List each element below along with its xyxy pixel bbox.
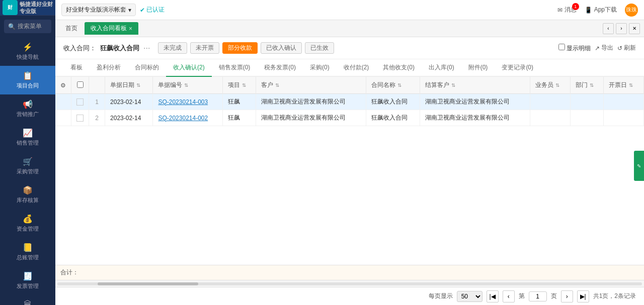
first-page-button[interactable]: |◀ bbox=[487, 290, 499, 302]
content-tab-3[interactable]: 收入确认(2) bbox=[166, 59, 212, 77]
refresh-button[interactable]: ↺ 刷新 bbox=[617, 44, 636, 52]
project-sort-icon[interactable]: ⇅ bbox=[242, 82, 246, 88]
horizontal-scrollbar[interactable] bbox=[55, 280, 644, 287]
open-date-sort-icon[interactable]: ⇅ bbox=[629, 82, 633, 88]
tab-prev-button[interactable]: ‹ bbox=[603, 23, 614, 34]
code-sort-icon[interactable]: ⇅ bbox=[184, 82, 188, 88]
content-tab-8[interactable]: 其他收支(0) bbox=[376, 59, 422, 77]
salesperson-cell bbox=[530, 110, 571, 126]
verified-badge: ✔ 已认证 bbox=[140, 6, 165, 14]
right-fixed-button[interactable]: ✎ bbox=[634, 151, 644, 181]
sidebar-search-area: 🔍 搜索菜单 bbox=[0, 16, 55, 37]
status-btn-4[interactable]: 已生效 bbox=[305, 42, 334, 54]
table-area: ⚙ 单据日期⇅ 单据编号⇅ 项目⇅ 客户⇅ 合同名称⇅ 结算客户⇅ 业务员⇅ 部… bbox=[55, 77, 644, 265]
sidebar-label-7: 总账管理 bbox=[17, 254, 39, 261]
content-tab-6[interactable]: 采购(0) bbox=[303, 59, 337, 77]
per-page-select[interactable]: 50 100 bbox=[457, 291, 482, 302]
sidebar-item-6[interactable]: 💰资金管理 bbox=[0, 209, 55, 238]
sidebar-label-6: 资金管理 bbox=[17, 225, 39, 233]
check-circle-icon: ✔ bbox=[140, 7, 145, 14]
sidebar-label-3: 销售管理 bbox=[17, 139, 39, 147]
last-page-button[interactable]: ▶| bbox=[577, 290, 589, 302]
company-selector[interactable]: 好业财专业版演示帐套 ▾ bbox=[61, 4, 136, 16]
status-btn-0[interactable]: 未完成 bbox=[158, 42, 187, 54]
page-label: 第 bbox=[519, 292, 525, 300]
salesperson-sort-icon[interactable]: ⇅ bbox=[555, 82, 559, 88]
tab-close-button[interactable]: × bbox=[129, 25, 132, 32]
row-checkbox-0[interactable] bbox=[76, 98, 84, 106]
sidebar-item-7[interactable]: 📒总账管理 bbox=[0, 238, 55, 266]
chevron-down-icon: ▾ bbox=[128, 7, 131, 14]
customer-sort-icon[interactable]: ⇅ bbox=[275, 82, 279, 88]
export-icon: ↗ bbox=[595, 45, 600, 52]
status-buttons: 未完成未开票部分收款已收入确认已生效 bbox=[158, 42, 334, 54]
setting-column-header[interactable]: ⚙ bbox=[55, 77, 71, 94]
content-tab-0[interactable]: 看板 bbox=[63, 59, 90, 77]
message-icon: ✉ bbox=[557, 7, 562, 14]
app-download-button[interactable]: 📱 App下载 bbox=[585, 6, 617, 14]
more-options-button[interactable]: ··· bbox=[143, 44, 150, 53]
date-sort-icon[interactable]: ⇅ bbox=[136, 82, 140, 88]
sidebar-label-8: 发票管理 bbox=[17, 282, 39, 290]
sidebar-icon-7: 📒 bbox=[23, 243, 33, 252]
export-button[interactable]: ↗ 导出 bbox=[595, 44, 613, 52]
tab-next-button[interactable]: › bbox=[616, 23, 627, 34]
sidebar-label-5: 库存核算 bbox=[17, 196, 39, 204]
status-btn-3[interactable]: 已收入确认 bbox=[261, 42, 302, 54]
department-sort-icon[interactable]: ⇅ bbox=[590, 82, 594, 88]
show-detail-checkbox[interactable] bbox=[558, 44, 565, 50]
content-area: 收入合同： 狂飙收入合同 ··· 未完成未开票部分收款已收入确认已生效 显示明细… bbox=[55, 37, 644, 305]
open-date-cell bbox=[604, 94, 644, 110]
user-avatar-area[interactable]: 珠珠 bbox=[625, 4, 638, 17]
home-tab[interactable]: 首页 bbox=[59, 22, 84, 35]
customer-cell: 湖南卫视商业运营发展有限公司 bbox=[256, 110, 366, 126]
scrollbar-thumb[interactable] bbox=[98, 282, 198, 285]
page-input[interactable] bbox=[529, 291, 547, 301]
search-menu-button[interactable]: 🔍 搜索菜单 bbox=[4, 20, 51, 33]
sidebar-item-3[interactable]: 📈销售管理 bbox=[0, 123, 55, 152]
sidebar-item-5[interactable]: 📦库存核算 bbox=[0, 180, 55, 209]
contract-name-sort-icon[interactable]: ⇅ bbox=[397, 82, 401, 88]
final-customer-sort-icon[interactable]: ⇅ bbox=[451, 82, 455, 88]
open-date-column-header: 开票日⇅ bbox=[604, 77, 644, 94]
table-row: 2 2023-02-14 SQ-20230214-002 狂飙 湖南卫视商业运营… bbox=[55, 110, 644, 126]
sidebar-item-4[interactable]: 🛒采购管理 bbox=[0, 152, 55, 180]
status-btn-1[interactable]: 未开票 bbox=[190, 42, 219, 54]
prev-page-button[interactable]: ‹ bbox=[503, 290, 515, 302]
next-page-button[interactable]: › bbox=[561, 290, 573, 302]
main-area: 好业财专业版演示帐套 ▾ ✔ 已认证 ✉ 1 消息 📱 App下载 珠珠 bbox=[55, 0, 644, 305]
contract-header: 收入合同： 狂飙收入合同 ··· 未完成未开票部分收款已收入确认已生效 显示明细… bbox=[55, 37, 644, 59]
content-tab-10[interactable]: 附件(0) bbox=[461, 59, 495, 77]
page-label-end: 页 bbox=[551, 292, 557, 300]
active-tab[interactable]: 收入合同看板 × bbox=[85, 22, 138, 35]
row-checkbox-1[interactable] bbox=[76, 115, 84, 122]
sidebar-item-9[interactable]: 🏛税务管理 bbox=[0, 295, 55, 305]
sidebar-label-1: 项目合同 bbox=[17, 82, 39, 89]
content-tab-7[interactable]: 收付款(2) bbox=[337, 59, 376, 77]
content-tab-5[interactable]: 税务发票(0) bbox=[257, 59, 303, 77]
salesperson-column-header: 业务员⇅ bbox=[530, 77, 571, 94]
date-column-header: 单据日期⇅ bbox=[105, 77, 153, 94]
sidebar-item-1[interactable]: 📋项目合同 bbox=[0, 66, 55, 94]
content-tabs: 看板盈利分析合同标的收入确认(2)销售发票(0)税务发票(0)采购(0)收付款(… bbox=[55, 59, 644, 77]
content-tab-11[interactable]: 变更记录(0) bbox=[495, 59, 540, 77]
project-column-header: 项目⇅ bbox=[223, 77, 256, 94]
content-tab-2[interactable]: 合同标的 bbox=[128, 59, 166, 77]
status-btn-2[interactable]: 部分收款 bbox=[222, 42, 258, 54]
message-button[interactable]: ✉ 1 消息 bbox=[557, 6, 577, 14]
content-tab-9[interactable]: 出入库(0) bbox=[422, 59, 461, 77]
select-all-checkbox[interactable] bbox=[77, 81, 84, 88]
sidebar-item-0[interactable]: ⚡快捷导航 bbox=[0, 37, 55, 66]
code-link-1[interactable]: SQ-20230214-002 bbox=[158, 115, 208, 122]
refresh-icon: ↺ bbox=[617, 45, 622, 52]
sidebar-item-8[interactable]: 🧾发票管理 bbox=[0, 266, 55, 295]
mobile-icon: 📱 bbox=[585, 7, 592, 14]
contract-actions: 显示明细 ↗ 导出 ↺ 刷新 bbox=[558, 44, 636, 53]
tab-close-all-button[interactable]: ✕ bbox=[629, 23, 640, 34]
contract-header-label: 收入合同： bbox=[63, 44, 96, 53]
setting-cell bbox=[55, 94, 71, 110]
sidebar-item-2[interactable]: 📢营销推广 bbox=[0, 94, 55, 123]
content-tab-1[interactable]: 盈利分析 bbox=[90, 59, 128, 77]
code-link-0[interactable]: SQ-20230214-003 bbox=[158, 98, 208, 106]
content-tab-4[interactable]: 销售发票(0) bbox=[212, 59, 258, 77]
